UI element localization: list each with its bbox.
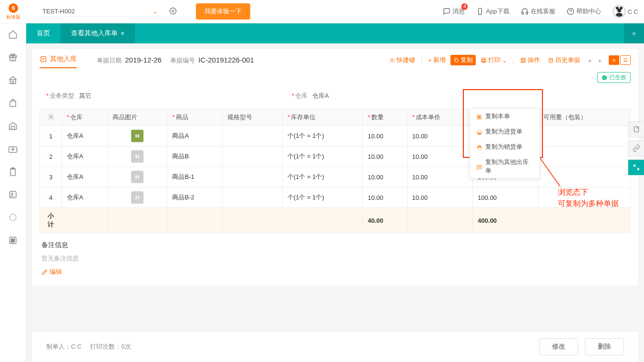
col-gear[interactable] bbox=[40, 109, 62, 126]
copy-as-other-out[interactable]: ▤复制为其他出库单 bbox=[470, 155, 540, 178]
copy-this-doc[interactable]: ▣复制本单 bbox=[470, 109, 540, 124]
view-list-button[interactable]: ≡ bbox=[609, 55, 619, 65]
row-unit-cost: 10.00 bbox=[407, 146, 473, 167]
footer-maker: 制单人：C C bbox=[46, 342, 82, 351]
table-row[interactable]: 4仓库A商品B-2个(1个 = 1个)10.0010.00100.00 bbox=[40, 187, 631, 208]
rail-note-icon[interactable] bbox=[628, 121, 644, 137]
doc-title: 其他入库 bbox=[40, 55, 77, 68]
tabs-bar: 首页 查看其他入库单 × × bbox=[26, 23, 644, 43]
remark-edit-button[interactable]: 编辑 bbox=[41, 268, 629, 276]
svg-rect-17 bbox=[11, 126, 15, 130]
sidebar-loading-icon[interactable] bbox=[3, 210, 22, 225]
right-rail bbox=[628, 121, 644, 176]
row-warehouse: 仓库A bbox=[62, 146, 108, 167]
modify-button[interactable]: 修改 bbox=[539, 338, 578, 355]
logo-icon: 6 bbox=[8, 2, 19, 14]
app-download-link[interactable]: App下载 bbox=[476, 7, 509, 16]
row-available bbox=[539, 146, 631, 167]
tab-home[interactable]: 首页 bbox=[26, 23, 61, 43]
messages-link[interactable]: 消息 4 bbox=[443, 7, 465, 16]
row-product: 商品B-2 bbox=[167, 187, 223, 208]
row-product: 商品A bbox=[167, 126, 223, 146]
row-unit-cost: 10.00 bbox=[407, 187, 473, 208]
row-qty: 10.00 bbox=[363, 126, 407, 146]
sidebar-profile-icon[interactable] bbox=[3, 187, 22, 202]
chevron-down-icon: ⌄ bbox=[502, 57, 507, 64]
svg-point-21 bbox=[11, 193, 13, 195]
col-warehouse: *仓库 bbox=[62, 109, 108, 126]
sidebar-warehouse-icon[interactable] bbox=[3, 119, 22, 133]
message-icon bbox=[443, 8, 450, 15]
sidebar-clipboard-icon[interactable] bbox=[3, 165, 22, 179]
chevron-down-icon: ⌄ bbox=[153, 8, 158, 15]
svg-rect-41 bbox=[138, 155, 139, 158]
org-selector-value: TEST-H002 bbox=[42, 8, 75, 15]
history-button[interactable]: 历史单据 bbox=[545, 55, 583, 65]
svg-rect-43 bbox=[138, 176, 139, 179]
delete-button[interactable]: 删除 bbox=[585, 338, 624, 355]
user-menu[interactable]: C C bbox=[613, 5, 638, 18]
sidebar-new-icon[interactable]: 新 bbox=[3, 233, 22, 248]
col-unit-cost: *成本单价 bbox=[407, 109, 473, 126]
help-center-link[interactable]: 帮助中心 bbox=[567, 7, 601, 16]
online-service-link[interactable]: 在线客服 bbox=[521, 7, 555, 16]
table-row[interactable]: 2仓库A商品B个(1个 = 1个)10.0010.00100.00 bbox=[40, 146, 631, 167]
row-index: 3 bbox=[40, 167, 62, 187]
svg-rect-34 bbox=[524, 61, 525, 62]
row-product: 商品B-1 bbox=[167, 167, 223, 187]
view-card-button[interactable]: ☰ bbox=[620, 55, 631, 65]
logo-text: 标准版 bbox=[6, 14, 20, 21]
row-warehouse: 仓库A bbox=[62, 167, 108, 187]
copy-icon: ▣ bbox=[476, 113, 482, 120]
row-index: 2 bbox=[40, 146, 62, 167]
remark-empty: 暂无备注信息 bbox=[41, 254, 629, 263]
operate-button[interactable]: 操作 bbox=[517, 55, 543, 65]
row-product: 商品B bbox=[167, 146, 223, 167]
copy-button[interactable]: 复制 bbox=[450, 55, 476, 65]
row-available bbox=[539, 187, 631, 208]
svg-point-36 bbox=[602, 75, 607, 80]
close-all-tabs[interactable]: × bbox=[624, 23, 644, 43]
grid-icon bbox=[520, 57, 526, 63]
copy-as-purchase[interactable]: ◒复制为进货单 bbox=[470, 124, 540, 139]
sidebar-money-icon[interactable] bbox=[3, 142, 22, 156]
prev-button[interactable]: ◂ bbox=[585, 56, 594, 65]
row-image bbox=[107, 146, 167, 167]
table-row[interactable]: 3仓库A商品B-1个(1个 = 1个)10.0010.00100.00 bbox=[40, 167, 631, 187]
row-available bbox=[539, 126, 631, 146]
copy-as-sale[interactable]: ◓复制为销货单 bbox=[470, 139, 540, 155]
svg-point-9 bbox=[616, 13, 623, 17]
svg-point-22 bbox=[10, 214, 16, 221]
new-button[interactable]: +新增 bbox=[425, 55, 449, 65]
sidebar-bag-icon[interactable] bbox=[3, 96, 22, 110]
org-selector[interactable]: TEST-H002 ⌄ bbox=[41, 6, 160, 17]
col-unit: *库存单位 bbox=[282, 109, 363, 126]
subtotal-qty: 40.00 bbox=[363, 208, 407, 233]
tab-view-other-in[interactable]: 查看其他入库单 × bbox=[61, 23, 135, 43]
svg-rect-16 bbox=[10, 101, 16, 107]
shortcut-button[interactable]: 快捷键 bbox=[386, 55, 418, 65]
rail-expand-icon[interactable] bbox=[628, 159, 644, 176]
next-button[interactable]: ▸ bbox=[596, 56, 605, 65]
print-button[interactable]: 打印 ⌄ bbox=[478, 55, 510, 65]
svg-rect-3 bbox=[479, 8, 482, 14]
subtotal-row: 小计40.00400.00 bbox=[40, 208, 631, 233]
svg-rect-38 bbox=[136, 134, 137, 138]
sidebar-gift-icon[interactable] bbox=[3, 50, 22, 64]
close-icon[interactable]: × bbox=[121, 30, 124, 37]
avatar bbox=[613, 5, 626, 18]
row-unit: 个(1个 = 1个) bbox=[282, 167, 363, 187]
svg-rect-42 bbox=[136, 176, 137, 179]
rail-link-icon[interactable] bbox=[628, 140, 644, 156]
sidebar-store-icon[interactable] bbox=[3, 73, 22, 87]
try-button[interactable]: 我要体验一下 bbox=[196, 3, 250, 20]
gear-icon[interactable] bbox=[169, 7, 177, 16]
table-row[interactable]: 1仓库A商品A个(1个 = 1个)10.0010.00100.00 bbox=[40, 126, 631, 146]
doc-icon bbox=[40, 55, 47, 63]
gear-icon bbox=[48, 114, 54, 120]
sidebar-home-icon[interactable] bbox=[3, 27, 22, 41]
sidebar: 新 bbox=[0, 23, 26, 362]
doc-number: IC-20191226-001 bbox=[198, 56, 254, 64]
logo[interactable]: 6 标准版 bbox=[0, 2, 26, 21]
copy-dropdown: ▣复制本单 ◒复制为进货单 ◓复制为销货单 ▤复制为其他出库单 bbox=[470, 108, 540, 179]
